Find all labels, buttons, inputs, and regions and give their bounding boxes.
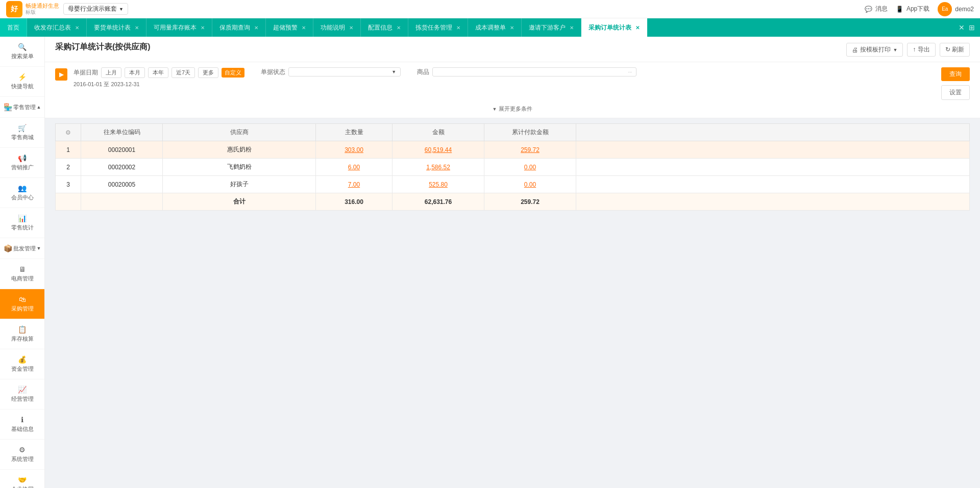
close-tab-icon[interactable]: ✕	[135, 25, 139, 31]
chevron-down-icon: ▼	[37, 246, 41, 251]
logo-text: 畅捷通好生意 标版	[26, 3, 59, 15]
close-tab-icon[interactable]: ✕	[349, 25, 353, 31]
row-qty[interactable]: 303.00	[316, 141, 393, 159]
tab-goods-stat[interactable]: 要货单统计表 ✕	[87, 18, 146, 37]
row-qty[interactable]: 7.00	[316, 176, 393, 193]
close-tab-icon[interactable]: ✕	[201, 25, 205, 31]
chevron-up-icon: ▲	[37, 105, 41, 110]
footer-qty: 316.00	[316, 193, 393, 211]
tab-overstock[interactable]: 超储预警 ✕	[266, 18, 313, 37]
table-row: 2 00020002 飞鹤奶粉 6.00 1,586.52 0.00	[56, 159, 970, 176]
tab-invite[interactable]: 邀请下游客户 ✕	[522, 18, 581, 37]
date-filter: 单据日期 上月 本月 本年 近7天 更多 自定义 2016-01-01 至	[74, 67, 244, 88]
row-amount[interactable]: 60,519.44	[393, 141, 484, 159]
row-paid[interactable]: 259.72	[484, 141, 576, 159]
sidebar-item-ecom[interactable]: 🖥 电商管理	[0, 259, 44, 289]
export-icon: ↑	[913, 46, 916, 53]
sidebar-item-inventory[interactable]: 📋 库存核算	[0, 319, 44, 349]
sidebar-item-system[interactable]: ⚙ 系统管理	[0, 440, 44, 470]
footer-label: 合计	[163, 193, 316, 211]
tab-func-desc[interactable]: 功能说明 ✕	[313, 18, 361, 37]
goods-filter: 商品 ···	[417, 67, 935, 76]
sidebar-item-marketing[interactable]: 📢 营销推广	[0, 148, 44, 178]
collab-icon: 🤝	[18, 476, 27, 484]
sidebar-item-purchase[interactable]: 🛍 采购管理	[0, 289, 44, 319]
close-tab-icon[interactable]: ✕	[456, 25, 460, 31]
sidebar-item-basic[interactable]: ℹ 基础信息	[0, 409, 44, 440]
header-actions: 🖨 按模板打印 ▼ ↑ 导出 ↻ 刷新	[846, 43, 970, 57]
row-code: 00020005	[81, 176, 163, 193]
sidebar-item-finance[interactable]: 💰 资金管理	[0, 349, 44, 379]
export-button[interactable]: ↑ 导出	[907, 43, 935, 57]
close-tab-button[interactable]: ✕	[959, 23, 965, 32]
close-tab-icon[interactable]: ✕	[397, 25, 401, 31]
shortcut-icon: ⚡	[18, 73, 27, 81]
sidebar-item-retail[interactable]: 🏪 零售管理 ▲	[0, 97, 44, 118]
tab-purchase-stat[interactable]: 采购订单统计表 ✕	[581, 18, 647, 37]
chevron-down-icon: ▼	[493, 107, 497, 112]
sidebar-item-collab[interactable]: 🤝 企业协同	[0, 470, 44, 488]
tab-expiry-query[interactable]: 保质期查询 ✕	[212, 18, 266, 37]
col-header-code: 往来单位编码	[81, 124, 163, 141]
row-paid[interactable]: 0.00	[484, 159, 576, 176]
sidebar-item-shortcut[interactable]: ⚡ 快捷导航	[0, 67, 44, 97]
logo-icon: 好	[6, 1, 22, 17]
close-tab-icon[interactable]: ✕	[302, 25, 306, 31]
nav-tabs: 首页 收发存汇总表 ✕ 要货单统计表 ✕ 可用量库存账本 ✕ 保质期查询 ✕ 超…	[0, 18, 980, 37]
message-button[interactable]: 💬 消息	[865, 5, 888, 13]
row-amount[interactable]: 1,586.52	[393, 159, 484, 176]
refresh-button[interactable]: ↻ 刷新	[940, 43, 970, 57]
tab-pick-task[interactable]: 拣货任务管理 ✕	[408, 18, 468, 37]
user-menu[interactable]: Ea demo2	[938, 2, 974, 16]
row-paid[interactable]: 0.00	[484, 176, 576, 193]
expand-conditions-button[interactable]: ▼ 展开更多条件	[486, 103, 539, 115]
date-btn-last-month[interactable]: 上月	[101, 67, 121, 78]
avatar: Ea	[938, 2, 952, 16]
close-tab-icon[interactable]: ✕	[635, 25, 640, 31]
table-footer-row: 合计 316.00 62,631.76 259.72	[56, 193, 970, 211]
chevron-down-icon: ▼	[119, 7, 124, 12]
row-qty[interactable]: 6.00	[316, 159, 393, 176]
tab-collect-pay[interactable]: 收发存汇总表 ✕	[27, 18, 87, 37]
date-btn-7days[interactable]: 近7天	[172, 67, 195, 78]
workspace-selector[interactable]: 母婴行业演示账套 ▼	[63, 3, 128, 15]
sidebar-item-operation[interactable]: 📈 经营管理	[0, 379, 44, 409]
close-tab-icon[interactable]: ✕	[510, 25, 514, 31]
sidebar-item-search[interactable]: 🔍 搜索菜单	[0, 37, 44, 67]
tab-cost-adjust[interactable]: 成本调整单 ✕	[468, 18, 522, 37]
finance-icon: 💰	[18, 355, 27, 364]
sidebar-item-wholesale[interactable]: 📦 批发管理 ▼	[0, 238, 44, 259]
tab-config[interactable]: 配置信息 ✕	[361, 18, 408, 37]
status-select[interactable]: ▼	[288, 67, 401, 76]
restore-tab-button[interactable]: ⊞	[969, 23, 975, 32]
date-btn-this-year[interactable]: 本年	[148, 67, 168, 78]
row-code: 00020001	[81, 141, 163, 159]
app-download-button[interactable]: 📱 App下载	[896, 5, 929, 13]
settings-button[interactable]: 设置	[941, 85, 970, 100]
chevron-right-icon: ▶	[59, 71, 64, 78]
goods-input[interactable]: ···	[432, 67, 636, 76]
retail-icon: 🏪	[4, 103, 12, 111]
query-button[interactable]: 查询	[941, 67, 970, 81]
row-amount[interactable]: 525.80	[393, 176, 484, 193]
retail-stat-icon: 📊	[18, 214, 27, 222]
table-header-row: ⚙ 往来单位编码 供应商 主数量 金额 累计付款金额	[56, 124, 970, 141]
tab-available-stock[interactable]: 可用量库存账本 ✕	[146, 18, 212, 37]
print-button[interactable]: 🖨 按模板打印 ▼	[846, 43, 903, 57]
table-row: 3 00020005 好孩子 7.00 525.80 0.00	[56, 176, 970, 193]
chevron-down-icon: ▼	[391, 69, 396, 74]
sidebar-item-member[interactable]: 👥 会员中心	[0, 178, 44, 208]
sidebar-item-retail-stat[interactable]: 📊 零售统计	[0, 208, 44, 238]
row-supplier: 好孩子	[163, 176, 316, 193]
close-tab-icon[interactable]: ✕	[75, 25, 79, 31]
status-filter: 单据状态 ▼	[261, 67, 401, 76]
filter-toggle-button[interactable]: ▶	[55, 68, 67, 81]
col-header-extra	[576, 124, 970, 141]
close-tab-icon[interactable]: ✕	[570, 25, 574, 31]
close-tab-icon[interactable]: ✕	[254, 25, 258, 31]
tab-home[interactable]: 首页	[0, 18, 27, 37]
table-settings-icon[interactable]: ⚙	[65, 129, 71, 136]
date-btn-more[interactable]: 更多	[198, 67, 218, 78]
sidebar-item-retail-shop[interactable]: 🛒 零售商城	[0, 118, 44, 148]
date-btn-this-month[interactable]: 本月	[125, 67, 145, 78]
